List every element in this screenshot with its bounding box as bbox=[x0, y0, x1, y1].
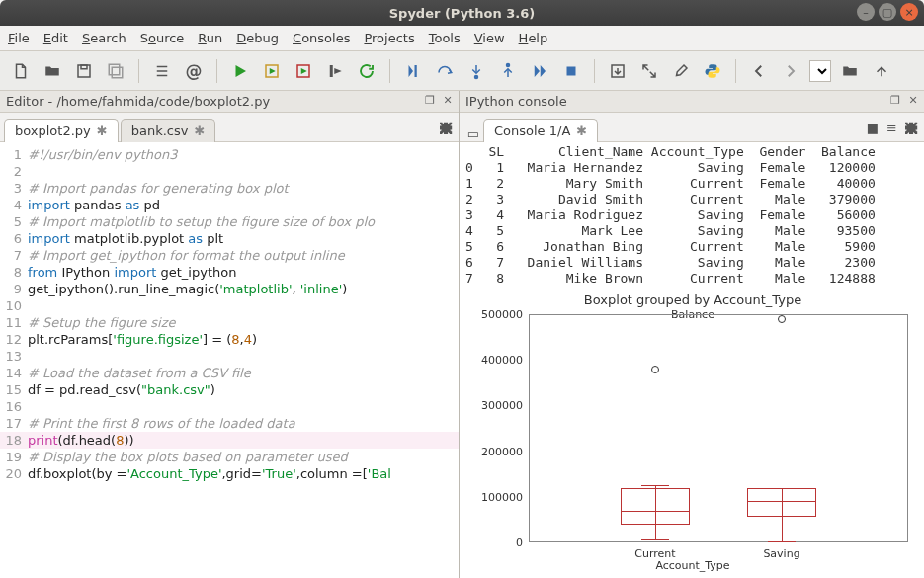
chart-xlabel: Account_Type bbox=[465, 559, 920, 572]
outlier-marker bbox=[651, 366, 659, 373]
editor-close-icon[interactable]: ✕ bbox=[441, 93, 455, 107]
maximize-button[interactable]: ▢ bbox=[879, 3, 896, 21]
plot-area: 0100000200000300000400000500000CurrentSa… bbox=[529, 314, 908, 542]
y-tick: 300000 bbox=[473, 399, 523, 412]
console-pane: IPython console ❐ ✕ ▭ Console 1/A ✱ ■ ≡ … bbox=[460, 91, 924, 578]
preferences-icon[interactable] bbox=[668, 58, 694, 84]
svg-rect-3 bbox=[112, 67, 123, 78]
editor-tab-bankcsv[interactable]: bank.csv ✱ bbox=[121, 119, 216, 142]
menu-search[interactable]: Search bbox=[82, 31, 126, 45]
y-tick: 200000 bbox=[473, 445, 523, 457]
editor-path: Editor - /home/fahmida/code/boxplot2.py bbox=[6, 94, 270, 109]
console-title: IPython console bbox=[465, 94, 567, 109]
console-header: IPython console ❐ ✕ bbox=[460, 91, 924, 113]
plot-frame bbox=[529, 314, 908, 542]
code-line: 12plt.rcParams['figure.figsize'] = (8,4) bbox=[0, 331, 459, 348]
forward-icon[interactable] bbox=[778, 58, 803, 84]
continue-icon[interactable] bbox=[527, 58, 552, 84]
debug-icon[interactable] bbox=[400, 58, 426, 84]
editor-header: Editor - /home/fahmida/code/boxplot2.py … bbox=[0, 91, 459, 113]
tab-label: Console 1/A bbox=[494, 124, 570, 138]
boxplot-chart: Boxplot grouped by Account_Type Balance … bbox=[465, 292, 920, 574]
step-out-icon[interactable] bbox=[495, 58, 521, 84]
code-line: 19# Display the box plots based on param… bbox=[0, 449, 459, 465]
open-file-icon[interactable] bbox=[40, 58, 65, 84]
browse-dir-icon[interactable] bbox=[837, 58, 863, 84]
console-close-icon[interactable]: ✕ bbox=[906, 93, 920, 107]
code-line: 7# Import get_ipython for format the out… bbox=[0, 247, 459, 264]
tab-label: boxplot2.py bbox=[15, 124, 91, 138]
menu-tools[interactable]: Tools bbox=[429, 31, 461, 45]
code-line: 4import pandas as pd bbox=[0, 197, 459, 213]
code-line: 13 bbox=[0, 348, 459, 365]
save-all-icon[interactable] bbox=[103, 58, 128, 84]
console-gear-icon[interactable]: 🞿 bbox=[905, 121, 918, 135]
menu-source[interactable]: Source bbox=[140, 31, 185, 45]
code-editor[interactable]: 1#!/usr/bin/env python323# Import pandas… bbox=[0, 142, 459, 578]
code-line: 5# Import matplotlib to setup the figure… bbox=[0, 213, 459, 230]
minimize-button[interactable]: – bbox=[857, 3, 875, 21]
console-output[interactable]: SL Client_Name Account_Type Gender Balan… bbox=[460, 142, 924, 578]
new-file-icon[interactable] bbox=[8, 58, 34, 84]
tab-close-icon[interactable]: ✱ bbox=[97, 124, 108, 138]
svg-rect-11 bbox=[567, 66, 576, 75]
console-tab[interactable]: Console 1/A ✱ bbox=[483, 119, 598, 142]
editor-tab-boxplot2[interactable]: boxplot2.py ✱ bbox=[4, 119, 119, 142]
console-browse-icon[interactable]: ▭ bbox=[463, 126, 483, 141]
close-button[interactable]: × bbox=[900, 3, 918, 21]
outlier-marker bbox=[778, 315, 786, 323]
menu-file[interactable]: File bbox=[8, 31, 30, 45]
editor-pane: Editor - /home/fahmida/code/boxplot2.py … bbox=[0, 91, 460, 578]
svg-rect-1 bbox=[81, 65, 87, 69]
tab-close-icon[interactable]: ✱ bbox=[576, 124, 587, 138]
code-line: 20df.boxplot(by ='Account_Type',grid='Tr… bbox=[0, 465, 459, 482]
menu-help[interactable]: Help bbox=[519, 31, 548, 45]
chart-title: Boxplot grouped by Account_Type bbox=[584, 292, 801, 307]
parent-dir-icon[interactable] bbox=[869, 58, 894, 84]
run-icon[interactable] bbox=[227, 58, 253, 84]
menu-projects[interactable]: Projects bbox=[364, 31, 414, 45]
code-line: 1#!/usr/bin/env python3 bbox=[0, 146, 459, 163]
menu-run[interactable]: Run bbox=[198, 31, 222, 45]
code-line: 16 bbox=[0, 398, 459, 415]
run-cell-advance-icon[interactable] bbox=[291, 58, 316, 84]
save-icon[interactable] bbox=[71, 58, 97, 84]
console-stop-icon[interactable]: ■ bbox=[867, 121, 879, 135]
toolbar: @ bbox=[0, 51, 924, 91]
rerun-icon[interactable] bbox=[354, 58, 379, 84]
svg-point-10 bbox=[507, 63, 510, 66]
titlebar: Spyder (Python 3.6) – ▢ × bbox=[0, 0, 924, 26]
console-undock-icon[interactable]: ❐ bbox=[888, 93, 902, 107]
y-tick: 400000 bbox=[473, 354, 523, 367]
editor-gear-icon[interactable]: 🞿 bbox=[440, 121, 453, 135]
working-dir-select[interactable] bbox=[809, 60, 831, 82]
dataframe-output: SL Client_Name Account_Type Gender Balan… bbox=[465, 144, 920, 287]
menu-debug[interactable]: Debug bbox=[236, 31, 279, 45]
menubar: File Edit Search Source Run Debug Consol… bbox=[0, 26, 924, 51]
menu-view[interactable]: View bbox=[474, 31, 505, 45]
editor-tab-row: boxplot2.py ✱ bank.csv ✱ 🞿 bbox=[0, 113, 459, 142]
run-selection-icon[interactable] bbox=[322, 58, 348, 84]
console-tab-row: ▭ Console 1/A ✱ ■ ≡ 🞿 bbox=[460, 113, 924, 142]
run-cell-icon[interactable] bbox=[259, 58, 285, 84]
outline-icon[interactable] bbox=[149, 58, 175, 84]
step-over-icon[interactable] bbox=[432, 58, 458, 84]
svg-point-9 bbox=[475, 75, 478, 78]
step-into-icon[interactable] bbox=[463, 58, 489, 84]
code-line: 9get_ipython().run_line_magic('matplotli… bbox=[0, 281, 459, 297]
x-tick: Saving bbox=[763, 547, 799, 560]
stop-debug-icon[interactable] bbox=[558, 58, 584, 84]
maximize-pane-icon[interactable] bbox=[636, 58, 662, 84]
menu-consoles[interactable]: Consoles bbox=[293, 31, 350, 45]
code-line: 8from IPython import get_ipython bbox=[0, 264, 459, 281]
code-line: 10 bbox=[0, 297, 459, 314]
menu-edit[interactable]: Edit bbox=[43, 31, 68, 45]
at-icon[interactable]: @ bbox=[181, 58, 207, 84]
console-options-icon[interactable]: ≡ bbox=[886, 121, 897, 135]
tab-label: bank.csv bbox=[131, 124, 189, 138]
import-data-icon[interactable] bbox=[605, 58, 630, 84]
back-icon[interactable] bbox=[746, 58, 772, 84]
tab-close-icon[interactable]: ✱ bbox=[194, 124, 205, 138]
python-path-icon[interactable] bbox=[700, 58, 725, 84]
editor-undock-icon[interactable]: ❐ bbox=[423, 93, 437, 107]
